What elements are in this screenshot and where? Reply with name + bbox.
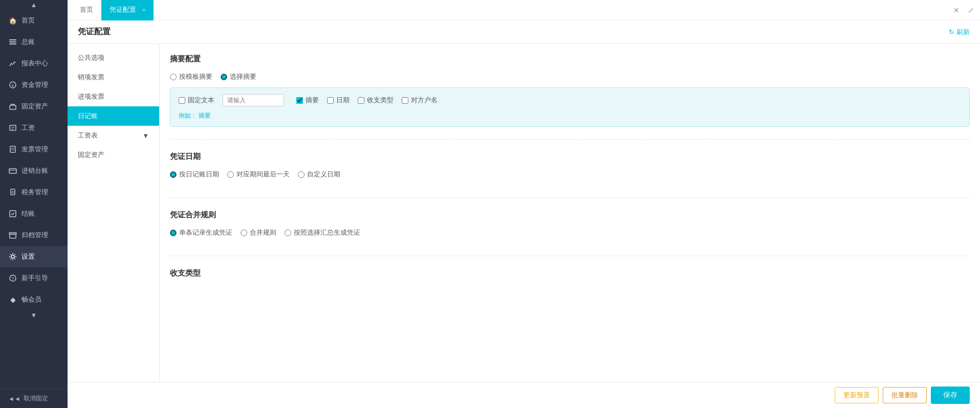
checkbox-fixed-text-label[interactable]: 固定文本 — [179, 96, 214, 105]
merge-rules-section: 凭证合并规则 单条记录生成凭证 合并规则 按照选择汇总生成凭证 — [170, 210, 970, 256]
nav-item-public[interactable]: 公共选项 — [68, 48, 159, 67]
tab-expand-button[interactable]: ⤢ — [966, 4, 976, 16]
radio-due-last-label[interactable]: 对应期间最后一天 — [227, 170, 290, 179]
update-preview-button[interactable]: 更新预置 — [835, 387, 879, 403]
tab-voucher-config[interactable]: 凭证配置 × — [101, 0, 154, 20]
checkbox-summary[interactable] — [296, 97, 303, 104]
main-area: 首页 凭证配置 × ✕ ⤢ 凭证配置 ↻ 刷新 公共选项 — [68, 0, 980, 408]
sidebar-item-label: 工资 — [21, 123, 35, 132]
radio-merge-rule-label[interactable]: 合并规则 — [241, 228, 276, 237]
sidebar-item-closing[interactable]: 结账 — [0, 203, 68, 224]
tax-icon — [8, 188, 17, 197]
sidebar-scroll-up[interactable]: ▲ — [0, 0, 68, 10]
radio-single-record[interactable] — [170, 230, 177, 236]
radio-merge-rule[interactable] — [241, 230, 247, 236]
radio-template[interactable] — [170, 74, 177, 80]
guide-icon: ? — [8, 274, 17, 283]
sidebar-item-funds[interactable]: ¥ 资金管理 — [0, 74, 68, 96]
checkbox-summary-label[interactable]: 摘要 — [296, 96, 319, 105]
radio-custom-date-label[interactable]: 自定义日期 — [298, 170, 340, 179]
sidebar-item-settings[interactable]: 设置 — [0, 246, 68, 267]
svg-rect-12 — [9, 169, 16, 173]
radio-select-summary[interactable] — [285, 230, 291, 236]
radio-journal-date[interactable] — [170, 171, 177, 178]
radio-select-summary-label[interactable]: 按照选择汇总生成凭证 — [285, 228, 360, 237]
page-content: 凭证配置 ↻ 刷新 公共选项 销项发票 进项发票 日记账 — [68, 20, 980, 408]
sidebar-item-label: 固定资产 — [21, 102, 48, 111]
reports-icon — [8, 59, 17, 68]
checkbox-counterparty-label[interactable]: 对方户名 — [402, 96, 438, 105]
sidebar-item-invoices[interactable]: 发票管理 — [0, 139, 68, 160]
summary-radio-row: 按模板摘要 选择摘要 — [170, 72, 970, 81]
radio-select-label[interactable]: 选择摘要 — [221, 72, 256, 81]
batch-delete-button[interactable]: 批量删除 — [883, 387, 927, 403]
left-nav: 公共选项 销项发票 进项发票 日记账 工资表 ▼ 固定资产 — [68, 44, 160, 382]
radio-custom-date[interactable] — [298, 171, 304, 178]
svg-rect-1 — [9, 41, 16, 42]
radio-template-label[interactable]: 按模板摘要 — [170, 72, 212, 81]
sidebar-item-member[interactable]: ◆ 畅会员 — [0, 289, 68, 310]
checkbox-counterparty[interactable] — [402, 97, 408, 104]
sidebar-item-tax[interactable]: 税务管理 — [0, 182, 68, 203]
sidebar-item-sales[interactable]: 进销台账 — [0, 160, 68, 182]
sidebar: ▲ 🏠 首页 总账 报表中心 ¥ 资金管理 固定资产 工资 — [0, 0, 68, 408]
svg-rect-5 — [10, 105, 16, 109]
radio-single-record-label[interactable]: 单条记录生成凭证 — [170, 228, 232, 237]
checkbox-payment-type-label[interactable]: 收支类型 — [358, 96, 394, 105]
svg-rect-2 — [9, 43, 16, 44]
sidebar-item-label: 进销台账 — [21, 166, 48, 175]
sidebar-item-label: 畅会员 — [21, 295, 41, 304]
sidebar-item-salary[interactable]: 工资 — [0, 117, 68, 139]
sidebar-item-home[interactable]: 🏠 首页 — [0, 10, 68, 31]
summary-config-title: 摘要配置 — [170, 54, 970, 64]
checkbox-date-label[interactable]: 日期 — [327, 96, 350, 105]
tab-home-label: 首页 — [80, 5, 93, 14]
closing-icon — [8, 209, 17, 218]
checkbox-payment-type[interactable] — [358, 97, 364, 104]
svg-text:¥: ¥ — [11, 83, 14, 88]
refresh-icon: ↻ — [949, 28, 954, 36]
page-header: 凭证配置 ↻ 刷新 — [68, 20, 980, 44]
refresh-button[interactable]: ↻ 刷新 — [949, 28, 970, 37]
sidebar-item-label: 设置 — [21, 252, 35, 261]
radio-select[interactable] — [221, 74, 227, 80]
tab-actions: ✕ ⤢ — [951, 4, 976, 16]
checkbox-fixed-text[interactable] — [179, 97, 185, 104]
tab-home[interactable]: 首页 — [72, 0, 101, 20]
nav-item-payroll[interactable]: 工资表 ▼ — [68, 126, 159, 145]
pin-icon: ◄◄ — [8, 395, 20, 402]
sidebar-item-assets[interactable]: 固定资产 — [0, 96, 68, 117]
content-layout: 公共选项 销项发票 进项发票 日记账 工资表 ▼ 固定资产 — [68, 44, 980, 382]
tab-close-button[interactable]: ✕ — [951, 4, 962, 16]
sidebar-item-guide[interactable]: ? 新手引导 — [0, 267, 68, 289]
sidebar-item-label: 归档管理 — [21, 231, 48, 240]
footer-actions: 更新预置 批量删除 保存 — [68, 382, 980, 408]
sidebar-item-label: 发票管理 — [21, 145, 48, 154]
fixed-text-input[interactable] — [223, 94, 284, 106]
radio-due-last[interactable] — [227, 171, 234, 178]
checkbox-date[interactable] — [327, 97, 334, 104]
invoices-icon — [8, 145, 17, 154]
tab-close-icon[interactable]: × — [142, 7, 145, 13]
unpin-button[interactable]: ◄◄ 取消固定 — [0, 389, 68, 408]
sidebar-item-reports[interactable]: 报表中心 — [0, 53, 68, 74]
right-content: 摘要配置 按模板摘要 选择摘要 — [160, 44, 980, 382]
summary-options-row: 固定文本 摘要 日期 — [179, 94, 961, 106]
radio-journal-date-label[interactable]: 按日记账日期 — [170, 170, 219, 179]
settings-icon — [8, 252, 17, 261]
nav-item-purchase-invoice[interactable]: 进项发票 — [68, 87, 159, 106]
save-button[interactable]: 保存 — [931, 387, 970, 404]
summary-config-box: 固定文本 摘要 日期 — [170, 87, 970, 127]
sidebar-item-label: 报表中心 — [21, 59, 48, 68]
sidebar-item-label: 结账 — [21, 209, 35, 218]
sidebar-item-archive[interactable]: 归档管理 — [0, 224, 68, 246]
sidebar-scroll-down[interactable]: ▼ — [0, 310, 68, 320]
sidebar-item-ledger[interactable]: 总账 — [0, 31, 68, 53]
svg-rect-6 — [10, 125, 16, 130]
merge-rules-radio-row: 单条记录生成凭证 合并规则 按照选择汇总生成凭证 — [170, 228, 970, 237]
funds-icon: ¥ — [8, 80, 17, 89]
nav-item-sales-invoice[interactable]: 销项发票 — [68, 67, 159, 87]
nav-item-fixed-assets[interactable]: 固定资产 — [68, 145, 159, 165]
nav-item-journal[interactable]: 日记账 — [68, 106, 159, 126]
merge-rules-title: 凭证合并规则 — [170, 210, 970, 220]
